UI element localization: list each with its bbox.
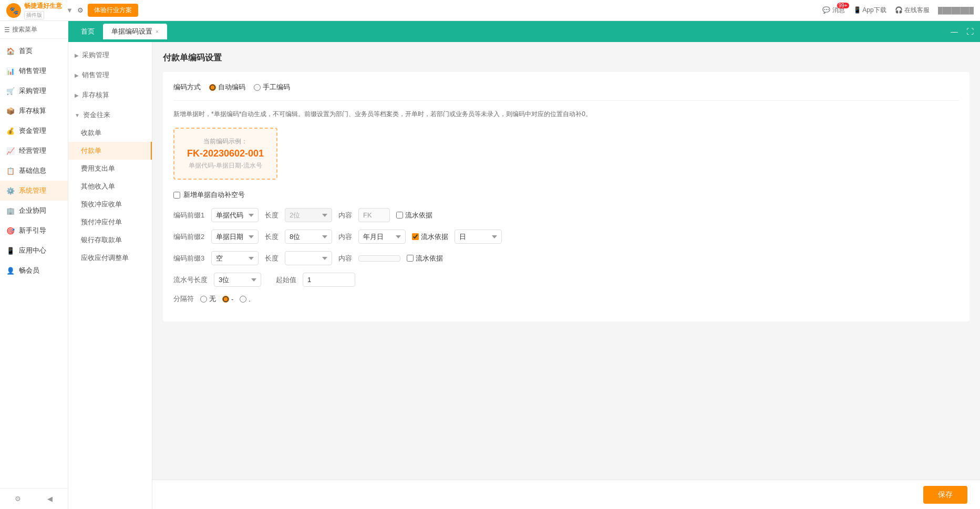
separator-dot-radio[interactable]: . bbox=[240, 295, 251, 303]
prefix2-stream-select[interactable]: 日 bbox=[455, 230, 502, 244]
sidebar-label-sales: 销售管理 bbox=[19, 66, 46, 76]
sub-menu-purchase-label: 采购管理 bbox=[82, 50, 109, 60]
sub-sidebar: ▶ 采购管理 ▶ 销售管理 ▶ 库存核算 bbox=[68, 42, 152, 509]
prefix2-row: 编码前缀2 单据日期 长度 8位 内容 年月日 bbox=[173, 230, 959, 244]
sub-menu-item-payment[interactable]: 付款单 bbox=[68, 142, 152, 160]
message-btn[interactable]: 💬 消息 99+ bbox=[822, 6, 844, 15]
save-button[interactable]: 保存 bbox=[923, 486, 967, 504]
tab-close-btn[interactable]: × bbox=[156, 29, 159, 35]
system-icon: ⚙️ bbox=[6, 187, 15, 195]
sub-menu-item-ar-ap[interactable]: 应收应付调整单 bbox=[68, 249, 152, 267]
user-avatar[interactable]: ████████ bbox=[938, 7, 974, 14]
settings-bottom-btn[interactable]: ⚙ bbox=[4, 493, 32, 505]
sidebar-label-operations: 经营管理 bbox=[19, 146, 46, 155]
preview-format: 单据代码-单据日期-流水号 bbox=[187, 161, 264, 170]
prefix3-select[interactable]: 空 bbox=[211, 251, 259, 265]
prefix3-stream-check[interactable]: 流水依据 bbox=[407, 254, 443, 263]
sub-menu-item-pre-pay[interactable]: 预付冲应付单 bbox=[68, 213, 152, 231]
sub-menu-item-other-income[interactable]: 其他收入单 bbox=[68, 178, 152, 195]
page-title: 付款单编码设置 bbox=[163, 53, 969, 64]
sidebar-item-sales[interactable]: 📊 销售管理 bbox=[0, 61, 68, 81]
app-name: 畅捷通好生意 bbox=[24, 2, 62, 11]
prefix2-stream-check[interactable]: 流水依据 bbox=[412, 232, 448, 242]
sidebar-label-purchase: 采购管理 bbox=[19, 86, 46, 96]
sidebar-item-guide[interactable]: 🎯 新手引导 bbox=[0, 221, 68, 241]
start-value-input[interactable] bbox=[303, 273, 355, 287]
sub-menu-header-capital[interactable]: ▼ 资金往来 bbox=[68, 106, 152, 124]
preview-box: 当前编码示例： FK-20230602-001 单据代码-单据日期-流水号 bbox=[173, 128, 277, 180]
separator-dot-input[interactable] bbox=[240, 296, 246, 303]
prefix3-length-select[interactable] bbox=[285, 251, 332, 265]
topbar: 🐾 畅捷通好生意 插件版 ▼ ⚙ 体验行业方案 💬 消息 99+ 📱 App下载… bbox=[0, 0, 980, 21]
tab-encoding-label: 单据编码设置 bbox=[111, 27, 152, 36]
sub-menu-inventory-label: 库存核算 bbox=[82, 90, 109, 100]
sidebar-item-finance[interactable]: 💰 资金管理 bbox=[0, 121, 68, 141]
arrow-right-icon: ▶ bbox=[75, 53, 79, 58]
prefix1-stream-input[interactable] bbox=[396, 212, 403, 219]
sidebar-item-system[interactable]: ⚙️ 系统管理 bbox=[0, 181, 68, 201]
manual-coding-radio[interactable]: 手工编码 bbox=[254, 82, 290, 92]
msg-badge: 99+ bbox=[837, 3, 849, 8]
separator-none-input[interactable] bbox=[200, 296, 207, 303]
prefix1-select[interactable]: 单据代码 bbox=[211, 208, 259, 222]
collapse-btn[interactable]: ◀ bbox=[36, 493, 64, 505]
sidebar-item-home[interactable]: 🏠 首页 bbox=[0, 41, 68, 61]
preview-label: 当前编码示例： bbox=[187, 137, 264, 146]
auto-fill-checkbox[interactable] bbox=[173, 192, 180, 199]
minimize-btn[interactable]: — bbox=[948, 25, 960, 38]
operations-icon: 📈 bbox=[6, 147, 15, 155]
sub-menu-item-expense[interactable]: 费用支出单 bbox=[68, 160, 152, 178]
sidebar-item-enterprise[interactable]: 🏢 企业协同 bbox=[0, 201, 68, 221]
search-menu-btn[interactable]: ☰ 搜索菜单 bbox=[0, 21, 68, 39]
tab-home[interactable]: 首页 bbox=[73, 24, 103, 39]
auto-coding-label: 自动编码 bbox=[218, 82, 245, 92]
coding-method-radios: 自动编码 手工编码 bbox=[209, 82, 290, 92]
sidebar-item-purchase[interactable]: 🛒 采购管理 bbox=[0, 81, 68, 101]
sidebar-item-member[interactable]: 👤 畅会员 bbox=[0, 261, 68, 281]
sidebar-label-basic: 基础信息 bbox=[19, 166, 46, 175]
industry-btn[interactable]: 体验行业方案 bbox=[88, 4, 138, 17]
auto-coding-input[interactable] bbox=[209, 84, 216, 91]
prefix2-content-select[interactable]: 年月日 bbox=[358, 230, 406, 244]
sub-menu-header-sales[interactable]: ▶ 销售管理 bbox=[68, 66, 152, 84]
arrow-down-icon: ▼ bbox=[75, 112, 80, 118]
sub-menu-item-pre-collect[interactable]: 预收冲应收单 bbox=[68, 195, 152, 213]
sidebar-item-apps[interactable]: 📱 应用中心 bbox=[0, 241, 68, 261]
sub-menu-capital-items: 收款单 付款单 费用支出单 其他收入单 预收冲应收单 预付冲应付单 银行存取款单… bbox=[68, 124, 152, 267]
prefix2-length-select[interactable]: 8位 bbox=[285, 230, 332, 244]
prefix3-stream-label: 流水依据 bbox=[416, 254, 443, 263]
auto-coding-radio[interactable]: 自动编码 bbox=[209, 82, 245, 92]
separator-dash-input[interactable] bbox=[222, 296, 229, 303]
app-download-btn[interactable]: 📱 App下载 bbox=[853, 6, 886, 15]
separator-none-radio[interactable]: 无 bbox=[200, 294, 216, 304]
separator-dot-label: . bbox=[249, 295, 251, 303]
serial-length-select[interactable]: 3位 bbox=[214, 273, 261, 287]
manual-coding-input[interactable] bbox=[254, 84, 261, 91]
prefix1-stream-check[interactable]: 流水依据 bbox=[396, 211, 432, 220]
sub-menu-item-bank[interactable]: 银行存取款单 bbox=[68, 231, 152, 249]
sub-menu-capital-label: 资金往来 bbox=[83, 110, 110, 120]
content-area: 首页 单据编码设置 × — ⛶ ▶ 采购管理 bbox=[68, 21, 980, 509]
coding-method-label: 编码方式 bbox=[173, 82, 201, 92]
prefix3-content-value bbox=[358, 255, 400, 262]
sidebar-item-basic[interactable]: 📋 基础信息 bbox=[0, 161, 68, 181]
prefix1-length-select[interactable]: 2位 bbox=[285, 208, 332, 222]
prefix2-length-label: 长度 bbox=[265, 232, 278, 242]
dropdown-arrow[interactable]: ▼ bbox=[66, 6, 73, 14]
sub-menu-header-inventory[interactable]: ▶ 库存核算 bbox=[68, 86, 152, 104]
sidebar-item-inventory[interactable]: 📦 库存核算 bbox=[0, 101, 68, 121]
separator-dash-radio[interactable]: - bbox=[222, 295, 233, 303]
tab-encoding-settings[interactable]: 单据编码设置 × bbox=[103, 24, 167, 39]
maximize-btn[interactable]: ⛶ bbox=[964, 25, 976, 38]
sidebar-item-operations[interactable]: 📈 经营管理 bbox=[0, 141, 68, 161]
sub-menu-header-purchase[interactable]: ▶ 采购管理 bbox=[68, 46, 152, 64]
prefix2-content-label: 内容 bbox=[338, 232, 352, 242]
online-service-btn[interactable]: 🎧 在线客服 bbox=[895, 6, 930, 15]
prefix2-select[interactable]: 单据日期 bbox=[211, 230, 259, 244]
settings-icon[interactable]: ⚙ bbox=[77, 6, 84, 14]
separator-label: 分隔符 bbox=[173, 294, 194, 304]
prefix2-stream-input[interactable] bbox=[412, 233, 419, 240]
sub-menu-inventory: ▶ 库存核算 bbox=[68, 86, 152, 104]
sub-menu-item-receipt[interactable]: 收款单 bbox=[68, 124, 152, 142]
prefix3-stream-input[interactable] bbox=[407, 255, 414, 262]
